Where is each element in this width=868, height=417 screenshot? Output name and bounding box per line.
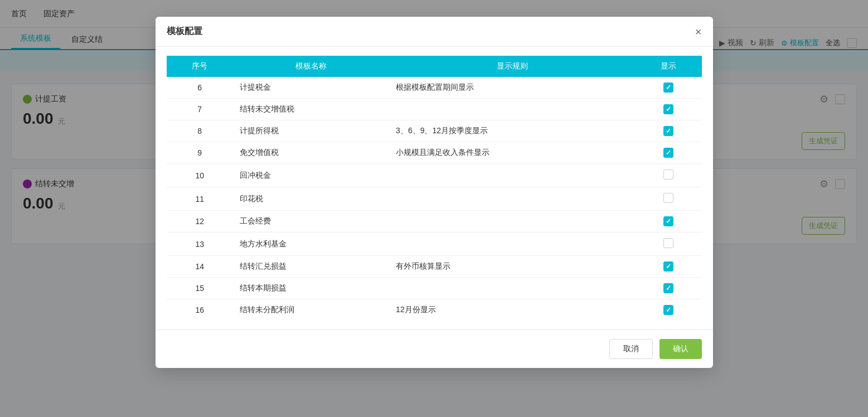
cell-name: 结转未交增值税 — [233, 99, 389, 120]
col-header-rule: 显示规则 — [389, 56, 635, 77]
modal-overlay: 模板配置 × 序号 模板名称 显示规则 显示 6计提税金根据模板配置期间显示7结… — [0, 0, 868, 417]
col-header-name: 模板名称 — [233, 56, 389, 77]
cell-checkbox — [635, 256, 701, 278]
cell-id: 8 — [167, 120, 233, 142]
cell-rule: 12月份显示 — [389, 299, 635, 321]
template-config-modal: 模板配置 × 序号 模板名称 显示规则 显示 6计提税金根据模板配置期间显示7结… — [156, 17, 713, 368]
cell-rule — [389, 211, 635, 232]
cancel-button[interactable]: 取消 — [609, 339, 653, 359]
col-header-show: 显示 — [635, 56, 701, 77]
modal-footer: 取消 确认 — [156, 329, 713, 368]
cell-rule — [389, 187, 635, 211]
cell-rule — [389, 164, 635, 187]
table-row: 11印花税 — [167, 187, 702, 211]
cell-id: 16 — [167, 299, 233, 321]
row-16-checkbox[interactable] — [663, 305, 673, 315]
modal-title: 模板配置 — [167, 26, 202, 37]
cell-id: 9 — [167, 142, 233, 164]
cell-id: 10 — [167, 164, 233, 187]
row-13-checkbox[interactable] — [663, 238, 673, 248]
modal-header: 模板配置 × — [156, 17, 713, 47]
cell-rule: 3、6、9、12月按季度显示 — [389, 120, 635, 142]
cell-name: 工会经费 — [233, 211, 389, 232]
table-row: 14结转汇兑损益有外币核算显示 — [167, 256, 702, 278]
row-12-checkbox[interactable] — [663, 216, 673, 226]
col-header-id: 序号 — [167, 56, 233, 77]
cell-name: 计提税金 — [233, 77, 389, 99]
table-row: 6计提税金根据模板配置期间显示 — [167, 77, 702, 99]
cell-rule: 小规模且满足收入条件显示 — [389, 142, 635, 164]
cell-checkbox — [635, 120, 701, 142]
cell-checkbox — [635, 99, 701, 120]
cell-name: 回冲税金 — [233, 164, 389, 187]
cell-checkbox — [635, 142, 701, 164]
cell-id: 14 — [167, 256, 233, 278]
modal-close-button[interactable]: × — [695, 26, 702, 37]
cell-checkbox — [635, 211, 701, 232]
cell-id: 12 — [167, 211, 233, 232]
cell-name: 地方水利基金 — [233, 232, 389, 256]
table-row: 16结转未分配利润12月份显示 — [167, 299, 702, 321]
cell-rule: 根据模板配置期间显示 — [389, 77, 635, 99]
cell-name: 计提所得税 — [233, 120, 389, 142]
row-14-checkbox[interactable] — [663, 261, 673, 271]
row-9-checkbox[interactable] — [663, 148, 673, 158]
cell-checkbox — [635, 77, 701, 99]
cell-rule: 有外币核算显示 — [389, 256, 635, 278]
cell-checkbox — [635, 187, 701, 211]
table-row: 10回冲税金 — [167, 164, 702, 187]
row-11-checkbox[interactable] — [663, 193, 673, 203]
row-10-checkbox[interactable] — [663, 169, 673, 180]
table-row: 12工会经费 — [167, 211, 702, 232]
table-row: 9免交增值税小规模且满足收入条件显示 — [167, 142, 702, 164]
cell-name: 结转本期损益 — [233, 278, 389, 299]
cell-checkbox — [635, 278, 701, 299]
table-row: 8计提所得税3、6、9、12月按季度显示 — [167, 120, 702, 142]
cell-name: 印花税 — [233, 187, 389, 211]
cell-rule — [389, 99, 635, 120]
cell-name: 结转未分配利润 — [233, 299, 389, 321]
cell-rule — [389, 232, 635, 256]
table-row: 7结转未交增值税 — [167, 99, 702, 120]
row-8-checkbox[interactable] — [663, 126, 673, 136]
cell-id: 6 — [167, 77, 233, 99]
row-15-checkbox[interactable] — [663, 283, 673, 293]
confirm-button[interactable]: 确认 — [660, 339, 702, 359]
table-body: 6计提税金根据模板配置期间显示7结转未交增值税8计提所得税3、6、9、12月按季… — [167, 77, 702, 321]
table-row: 13地方水利基金 — [167, 232, 702, 256]
cell-id: 13 — [167, 232, 233, 256]
row-6-checkbox[interactable] — [663, 83, 673, 93]
cell-rule — [389, 278, 635, 299]
row-7-checkbox[interactable] — [663, 104, 673, 114]
config-table: 序号 模板名称 显示规则 显示 6计提税金根据模板配置期间显示7结转未交增值税8… — [167, 56, 702, 321]
cell-checkbox — [635, 232, 701, 256]
cell-id: 7 — [167, 99, 233, 120]
cell-id: 11 — [167, 187, 233, 211]
cell-name: 结转汇兑损益 — [233, 256, 389, 278]
cell-id: 15 — [167, 278, 233, 299]
table-header: 序号 模板名称 显示规则 显示 — [167, 56, 702, 77]
table-row: 15结转本期损益 — [167, 278, 702, 299]
cell-checkbox — [635, 299, 701, 321]
modal-body: 序号 模板名称 显示规则 显示 6计提税金根据模板配置期间显示7结转未交增值税8… — [156, 47, 713, 329]
cell-name: 免交增值税 — [233, 142, 389, 164]
cell-checkbox — [635, 164, 701, 187]
